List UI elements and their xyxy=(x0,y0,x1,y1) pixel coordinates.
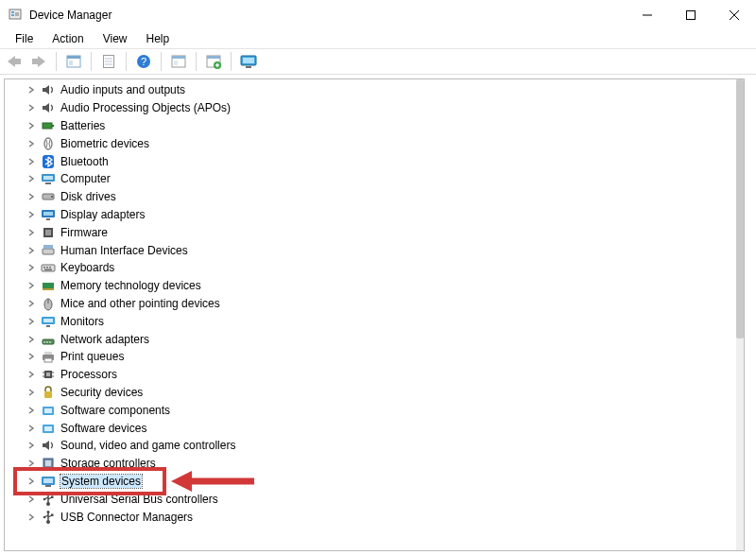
audio-icon xyxy=(41,438,56,453)
chevron-right-icon[interactable] xyxy=(26,245,37,256)
svg-rect-33 xyxy=(52,125,54,127)
svg-marker-9 xyxy=(32,56,45,67)
chevron-right-icon[interactable] xyxy=(26,84,37,95)
tree-item[interactable]: Biometric devices xyxy=(5,134,736,152)
svg-rect-50 xyxy=(46,267,48,269)
svg-rect-52 xyxy=(44,269,52,271)
chevron-right-icon[interactable] xyxy=(26,387,37,398)
chevron-right-icon[interactable] xyxy=(26,138,37,149)
tree-item[interactable]: Processors xyxy=(5,366,736,384)
monitor-icon xyxy=(41,314,56,329)
chevron-right-icon[interactable] xyxy=(26,334,37,345)
svg-rect-29 xyxy=(246,66,251,68)
back-icon[interactable] xyxy=(4,51,25,72)
chevron-right-icon[interactable] xyxy=(26,423,37,434)
tree-item[interactable]: Bluetooth xyxy=(5,152,736,170)
tree-item[interactable]: Software devices xyxy=(5,419,736,437)
tree-item[interactable]: Universal Serial Bus controllers xyxy=(5,490,736,508)
svg-rect-73 xyxy=(44,391,52,398)
chevron-right-icon[interactable] xyxy=(26,298,37,309)
tree-item-label: Batteries xyxy=(60,119,105,132)
tree-item[interactable]: Monitors xyxy=(5,312,736,330)
chevron-right-icon[interactable] xyxy=(26,209,37,220)
tree-item[interactable]: Software components xyxy=(5,401,736,419)
tree-item-label: Monitors xyxy=(60,315,104,328)
svg-rect-1 xyxy=(11,11,14,13)
tree-item[interactable]: Mice and other pointing devices xyxy=(5,295,736,313)
menu-help[interactable]: Help xyxy=(137,30,180,47)
svg-marker-31 xyxy=(43,103,49,113)
chevron-right-icon[interactable] xyxy=(26,102,37,113)
chevron-right-icon[interactable] xyxy=(26,173,37,184)
forward-icon[interactable] xyxy=(28,51,49,72)
chevron-right-icon[interactable] xyxy=(26,156,37,167)
minimize-button[interactable] xyxy=(626,0,669,29)
chevron-right-icon[interactable] xyxy=(26,280,37,291)
scan-hardware-icon[interactable] xyxy=(238,51,259,72)
device-tree[interactable]: Audio inputs and outputsAudio Processing… xyxy=(5,79,736,550)
svg-rect-51 xyxy=(49,267,51,269)
window-controls xyxy=(626,0,756,29)
svg-point-88 xyxy=(43,497,46,500)
menu-action[interactable]: Action xyxy=(43,30,93,47)
tree-item[interactable]: Disk drives xyxy=(5,188,736,206)
tree-item[interactable]: Print queues xyxy=(5,348,736,366)
keyboard-icon xyxy=(41,260,56,275)
tree-item[interactable]: Keyboards xyxy=(5,259,736,277)
tree-item[interactable]: Network adapters xyxy=(5,330,736,348)
tree-item-label: Audio Processing Objects (APOs) xyxy=(60,101,231,114)
tree-item-label: Security devices xyxy=(60,386,143,399)
chevron-right-icon[interactable] xyxy=(26,405,37,416)
tree-item[interactable]: Audio inputs and outputs xyxy=(5,81,736,99)
svg-point-40 xyxy=(51,196,53,198)
menu-file[interactable]: File xyxy=(6,30,43,47)
chevron-right-icon[interactable] xyxy=(26,458,37,469)
svg-rect-37 xyxy=(43,176,53,180)
tree-item[interactable]: Sound, video and game controllers xyxy=(5,437,736,455)
svg-marker-8 xyxy=(8,56,21,67)
tree-item[interactable]: Security devices xyxy=(5,384,736,402)
chevron-right-icon[interactable] xyxy=(26,494,37,505)
tree-item[interactable]: Storage controllers xyxy=(5,455,736,473)
scrollbar-thumb[interactable] xyxy=(736,79,744,338)
audio-icon xyxy=(41,100,56,115)
maximize-button[interactable] xyxy=(669,0,713,29)
tree-item[interactable]: USB Connector Managers xyxy=(5,508,736,526)
tree-item[interactable]: Memory technology devices xyxy=(5,277,736,295)
tree-item[interactable]: Display adapters xyxy=(5,206,736,224)
tree-item-label: Software devices xyxy=(60,422,146,435)
properties-icon[interactable] xyxy=(98,51,119,72)
uninstall-icon[interactable] xyxy=(203,51,224,72)
menu-view[interactable]: View xyxy=(94,30,137,47)
chevron-right-icon[interactable] xyxy=(26,262,37,273)
svg-rect-54 xyxy=(43,288,54,290)
tree-item-label: Storage controllers xyxy=(60,457,156,470)
chevron-right-icon[interactable] xyxy=(26,476,37,487)
close-button[interactable] xyxy=(713,0,756,29)
chevron-right-icon[interactable] xyxy=(26,191,37,202)
toolbar-separator xyxy=(231,52,232,71)
chevron-right-icon[interactable] xyxy=(26,512,37,523)
update-driver-icon[interactable] xyxy=(168,51,189,72)
biometric-icon xyxy=(41,136,56,151)
tree-item[interactable]: Audio Processing Objects (APOs) xyxy=(5,99,736,117)
tree-item[interactable]: Batteries xyxy=(5,117,736,135)
tree-item[interactable]: System devices xyxy=(5,473,736,491)
tree-item[interactable]: Computer xyxy=(5,170,736,188)
svg-rect-75 xyxy=(44,408,52,413)
chevron-right-icon[interactable] xyxy=(26,351,37,362)
chevron-right-icon[interactable] xyxy=(26,316,37,327)
chevron-right-icon[interactable] xyxy=(26,369,37,380)
security-icon xyxy=(41,385,56,400)
tree-item[interactable]: Firmware xyxy=(5,223,736,241)
chevron-right-icon[interactable] xyxy=(26,227,37,238)
scrollbar[interactable] xyxy=(736,79,744,550)
svg-rect-90 xyxy=(51,495,54,498)
svg-rect-3 xyxy=(15,12,19,16)
chevron-right-icon[interactable] xyxy=(26,440,37,451)
tree-item[interactable]: Human Interface Devices xyxy=(5,241,736,259)
help-icon[interactable]: ? xyxy=(133,51,154,72)
show-hide-tree-icon[interactable] xyxy=(63,51,84,72)
svg-rect-77 xyxy=(44,426,52,431)
chevron-right-icon[interactable] xyxy=(26,120,37,131)
